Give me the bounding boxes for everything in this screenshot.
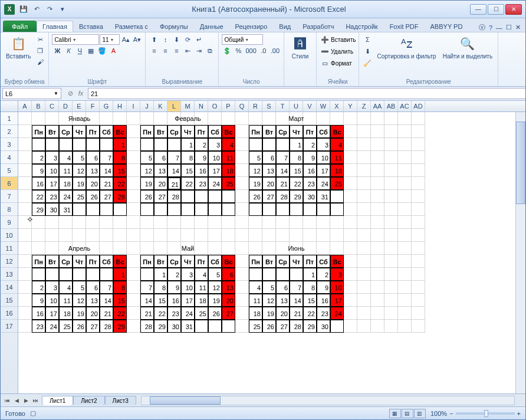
cell[interactable]: 10: [181, 281, 195, 294]
row-header[interactable]: 17: [1, 320, 18, 333]
cell[interactable]: 9: [317, 281, 330, 294]
italic-button[interactable]: К: [63, 45, 74, 56]
cell[interactable]: 17: [45, 307, 59, 320]
cell[interactable]: [195, 320, 208, 333]
cell[interactable]: Сб: [100, 125, 113, 138]
col-header[interactable]: Z: [357, 101, 371, 111]
cell[interactable]: 9: [167, 281, 181, 294]
cell[interactable]: 18: [330, 164, 344, 177]
cell[interactable]: 24: [317, 177, 330, 190]
cell[interactable]: Вт: [262, 255, 276, 268]
cell[interactable]: 12: [249, 164, 262, 177]
cell[interactable]: [249, 268, 262, 281]
vscroll-thumb[interactable]: [516, 122, 525, 204]
align-middle-icon[interactable]: ↕: [160, 34, 170, 45]
align-right-icon[interactable]: ≡: [171, 45, 182, 56]
cell[interactable]: 1: [113, 268, 127, 281]
paste-button[interactable]: 📋Вставить: [4, 34, 33, 61]
cell[interactable]: Пн: [32, 255, 45, 268]
cell[interactable]: [100, 268, 113, 281]
tab-insert[interactable]: Вставка: [73, 21, 109, 32]
cell[interactable]: 30: [45, 203, 59, 216]
cell[interactable]: [167, 203, 181, 216]
cell[interactable]: 21: [290, 307, 303, 320]
col-header[interactable]: Q: [235, 101, 249, 111]
align-center-icon[interactable]: ≡: [160, 45, 170, 56]
cell[interactable]: Пт: [303, 125, 317, 138]
cell[interactable]: 25: [195, 307, 208, 320]
cell[interactable]: Апрель: [32, 242, 127, 255]
cell[interactable]: 14: [276, 164, 290, 177]
cell[interactable]: [195, 190, 208, 203]
cell[interactable]: 8: [154, 281, 167, 294]
cell[interactable]: 13: [262, 164, 276, 177]
cell[interactable]: Чт: [290, 255, 303, 268]
delete-cells-button[interactable]: ➖Удалить: [320, 46, 356, 57]
cell[interactable]: 23: [32, 320, 45, 333]
bold-button[interactable]: Ж: [52, 45, 63, 56]
cell[interactable]: 26: [140, 190, 154, 203]
tab-review[interactable]: Рецензиро: [229, 21, 274, 32]
cell[interactable]: [140, 203, 154, 216]
cell[interactable]: 16: [303, 164, 317, 177]
fx-icon[interactable]: fx: [76, 90, 86, 97]
cell[interactable]: 19: [140, 177, 154, 190]
cell[interactable]: 16: [32, 307, 45, 320]
fill-icon[interactable]: ⬇: [362, 46, 373, 57]
row-header[interactable]: 12: [1, 255, 18, 268]
col-header[interactable]: N: [195, 101, 208, 111]
cell[interactable]: 19: [262, 307, 276, 320]
cell[interactable]: Вс: [113, 255, 127, 268]
cell[interactable]: [140, 138, 154, 151]
cell[interactable]: 15: [113, 164, 127, 177]
cell[interactable]: Вт: [262, 125, 276, 138]
cell[interactable]: 13: [222, 281, 235, 294]
cell[interactable]: 9: [195, 151, 208, 164]
redo-icon[interactable]: ↷: [44, 4, 55, 15]
cell[interactable]: Вс: [113, 125, 127, 138]
cell[interactable]: 14: [100, 164, 113, 177]
cell[interactable]: 10: [45, 164, 59, 177]
cell[interactable]: [330, 203, 344, 216]
tab-layout[interactable]: Разметка с: [109, 21, 154, 32]
cell[interactable]: Вт: [154, 255, 167, 268]
cell[interactable]: 24: [181, 307, 195, 320]
cell[interactable]: [262, 138, 276, 151]
cell[interactable]: 28: [140, 320, 154, 333]
cell[interactable]: 11: [195, 281, 208, 294]
cell[interactable]: 29: [113, 320, 127, 333]
col-header[interactable]: C: [45, 101, 59, 111]
cell[interactable]: 14: [140, 294, 154, 307]
increase-indent-icon[interactable]: ⇥: [193, 45, 204, 56]
cell[interactable]: 13: [86, 294, 100, 307]
number-format-combo[interactable]: Общий▼: [222, 34, 263, 45]
cell[interactable]: [73, 138, 86, 151]
merge-icon[interactable]: ⧉: [205, 45, 215, 56]
cell[interactable]: 6: [262, 151, 276, 164]
cell[interactable]: [330, 190, 344, 203]
cell[interactable]: [86, 203, 100, 216]
cell[interactable]: 22: [113, 177, 127, 190]
cell[interactable]: 2: [317, 268, 330, 281]
cell[interactable]: Сб: [208, 125, 222, 138]
cell[interactable]: 7: [167, 151, 181, 164]
col-header[interactable]: AC: [398, 101, 412, 111]
col-header[interactable]: J: [140, 101, 154, 111]
row-header[interactable]: 5: [1, 164, 18, 177]
cell[interactable]: [73, 203, 86, 216]
tab-abbyy[interactable]: ABBYY PD: [425, 21, 469, 32]
cell[interactable]: 29: [290, 190, 303, 203]
cell[interactable]: [86, 138, 100, 151]
row-header[interactable]: 8: [1, 203, 18, 216]
tab-data[interactable]: Данные: [194, 21, 229, 32]
cell[interactable]: 7: [290, 281, 303, 294]
cell[interactable]: [100, 203, 113, 216]
cell[interactable]: 18: [195, 294, 208, 307]
cell[interactable]: 22: [154, 307, 167, 320]
cancel-formula-icon[interactable]: ⊘: [65, 90, 75, 97]
cell[interactable]: 21: [167, 177, 181, 190]
row-header[interactable]: 4: [1, 151, 18, 164]
col-header[interactable]: L: [167, 101, 181, 111]
cell[interactable]: [303, 203, 317, 216]
cell[interactable]: 8: [290, 151, 303, 164]
